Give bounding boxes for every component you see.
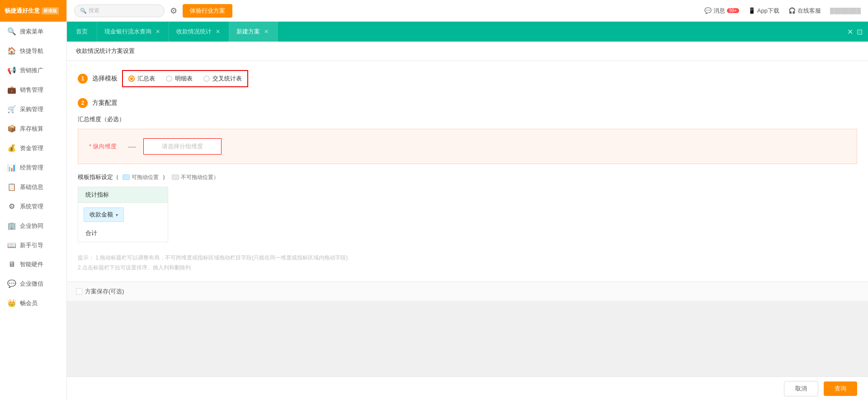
sidebar-item-1[interactable]: 🏠快捷导航	[0, 41, 66, 61]
sidebar-label-9: 系统管理	[20, 202, 43, 211]
save-label: 方案保存(可选)	[85, 287, 124, 296]
sidebar-icon-6: 💰	[7, 144, 16, 152]
page-title-bar: 收款情况统计方案设置	[67, 42, 868, 61]
sidebar-item-8[interactable]: 📋基础信息	[0, 177, 66, 197]
sidebar-item-3[interactable]: 💼销售管理	[0, 80, 66, 99]
section2: 2 方案配置 汇总维度（必选） * 纵向维度 — 请选择分组维度	[78, 98, 857, 273]
edition-badge: 标准版	[42, 7, 59, 14]
sidebar-label-0: 搜索菜单	[20, 28, 43, 36]
sidebar-icon-3: 💼	[7, 85, 16, 94]
metrics-cell-amount[interactable]: 收款金额 ▾	[84, 207, 124, 222]
page-content: 收款情况统计方案设置 1 选择模板 汇总表 明细表	[67, 42, 868, 400]
sidebar-item-14[interactable]: 👑畅会员	[0, 293, 66, 313]
section1-number: 1	[78, 74, 88, 84]
save-checkbox[interactable]	[76, 288, 82, 295]
tab-cash-flow[interactable]: 现金银行流水查询 ✕	[97, 22, 169, 42]
metrics-grid-header: 统计指标	[78, 187, 168, 203]
dim-label-text: 汇总维度（必选）	[78, 116, 125, 122]
tab-cash-flow-close[interactable]: ✕	[154, 28, 161, 35]
download-icon: 📱	[748, 7, 755, 14]
vertical-dim-label: * 纵向维度	[89, 142, 121, 151]
sidebar-label-4: 采购管理	[20, 105, 43, 113]
sidebar-icon-2: 📢	[7, 66, 16, 75]
message-icon: 💬	[704, 7, 712, 14]
query-button[interactable]: 查询	[824, 381, 857, 396]
section2-number: 2	[78, 98, 88, 108]
tip-2-text: 2.点击标题栏下拉可设置排序、插入列和删除列	[78, 263, 191, 273]
page-footer: 方案保存(可选)	[67, 282, 868, 301]
save-option[interactable]: 方案保存(可选)	[76, 287, 124, 296]
metrics-cell-label: 收款金额	[90, 211, 113, 219]
sidebar-item-10[interactable]: 🏢企业协同	[0, 216, 66, 235]
section2-header: 2 方案配置	[78, 98, 857, 108]
sidebar-label-13: 企业微信	[20, 280, 43, 288]
sidebar-icon-8: 📋	[7, 183, 16, 191]
sidebar-item-7[interactable]: 📊经营管理	[0, 158, 66, 177]
message-btn[interactable]: 💬 消息 99+	[704, 7, 739, 15]
search-icon: 🔍	[80, 8, 87, 14]
download-btn[interactable]: 📱 App下载	[748, 7, 779, 15]
chevron-down-icon: ▾	[116, 212, 118, 217]
sidebar-label-2: 营销推广	[20, 66, 43, 75]
sidebar-item-11[interactable]: 📖新手引导	[0, 235, 66, 255]
download-label: App下载	[757, 7, 779, 15]
sidebar-icon-14: 👑	[7, 299, 16, 307]
header-right: 💬 消息 99+ 📱 App下载 🎧 在线客服 ████████	[704, 7, 861, 15]
vertical-dim-area: * 纵向维度 — 请选择分组维度	[78, 129, 857, 164]
dim-select-box[interactable]: 请选择分组维度	[143, 138, 222, 155]
bottom-action-bar: 取消 查询	[67, 376, 868, 400]
tab-collection-close[interactable]: ✕	[214, 28, 222, 35]
tabs-close-icon[interactable]: ✕	[847, 28, 853, 36]
tabs-expand-icon[interactable]: ⊡	[857, 28, 863, 36]
tab-collection[interactable]: 收款情况统计 ✕	[169, 22, 229, 42]
sidebar-item-0[interactable]: 🔍搜索菜单	[0, 22, 66, 41]
section1-title: 选择模板	[92, 75, 118, 83]
radio-detail[interactable]: 明细表	[166, 75, 193, 83]
support-icon: 🎧	[788, 7, 796, 14]
sidebar-icon-4: 🛒	[7, 105, 16, 113]
message-label: 消息	[713, 7, 725, 15]
sidebar-item-6[interactable]: 💰资金管理	[0, 138, 66, 158]
sidebar: 畅捷通好生意 标准版 🔍搜索菜单🏠快捷导航📢营销推广💼销售管理🛒采购管理📦库存核…	[0, 0, 67, 400]
metrics-total: 合计	[78, 226, 168, 242]
legend-non-draggable: 不可拖动位置）	[172, 174, 219, 181]
sidebar-icon-9: ⚙	[7, 202, 16, 211]
tips-area: 提示： 1.拖动标题栏可以调整布局，不可跨维度或指标区域拖动栏目字段(只能在同一…	[78, 253, 857, 273]
sidebar-label-10: 企业协同	[20, 222, 43, 230]
sidebar-item-9[interactable]: ⚙系统管理	[0, 197, 66, 216]
sidebar-label-11: 新手引导	[20, 241, 43, 249]
sidebar-label-12: 智能硬件	[20, 260, 43, 268]
page-title: 收款情况统计方案设置	[76, 47, 135, 54]
cancel-button[interactable]: 取消	[784, 381, 818, 396]
sidebar-item-2[interactable]: 📢营销推广	[0, 61, 66, 80]
radio-detail-dot	[166, 75, 172, 82]
sidebar-item-4[interactable]: 🛒采购管理	[0, 99, 66, 119]
template-select-area: 汇总表 明细表 交叉统计表	[122, 70, 248, 87]
dim-arrow-icon: —	[128, 142, 136, 151]
settings-icon[interactable]: ⚙	[170, 6, 177, 16]
main-wrapper: 🔍 搜索 ⚙ 体验行业方案 💬 消息 99+ 📱 App下载 🎧 在线客服 ██…	[67, 0, 868, 400]
metrics-title-text: 模板指标设定（	[78, 173, 119, 181]
legend-non-draggable-label: 不可拖动位置）	[181, 174, 219, 181]
sidebar-icon-12: 🖥	[7, 260, 16, 268]
sidebar-item-5[interactable]: 📦库存核算	[0, 119, 66, 138]
metrics-header: 模板指标设定（ 可拖动位置 ） 不可拖动位置）	[78, 173, 857, 181]
dim-label: 汇总维度（必选）	[78, 115, 857, 123]
radio-cross[interactable]: 交叉统计表	[203, 75, 242, 83]
tab-home[interactable]: 首页	[67, 22, 97, 42]
metrics-cell-wrapper: 收款金额 ▾	[78, 203, 168, 226]
search-placeholder: 搜索	[89, 7, 99, 14]
support-btn[interactable]: 🎧 在线客服	[788, 7, 821, 15]
sidebar-item-13[interactable]: 💬企业微信	[0, 274, 66, 293]
tab-new-plan[interactable]: 新建方案 ✕	[229, 22, 278, 42]
radio-summary[interactable]: 汇总表	[128, 75, 155, 83]
sidebar-item-12[interactable]: 🖥智能硬件	[0, 255, 66, 274]
logo-text: 畅捷通好生意	[5, 7, 40, 15]
section1-header: 1 选择模板 汇总表 明细表 交叉统计表	[78, 70, 857, 87]
legend-draggable-label: 可拖动位置	[132, 174, 159, 181]
tab-new-plan-close[interactable]: ✕	[263, 28, 270, 35]
sidebar-icon-10: 🏢	[7, 221, 16, 230]
radio-summary-label: 汇总表	[137, 75, 155, 83]
tab-cash-flow-label: 现金银行流水查询	[104, 28, 151, 36]
industry-btn[interactable]: 体验行业方案	[183, 4, 232, 18]
